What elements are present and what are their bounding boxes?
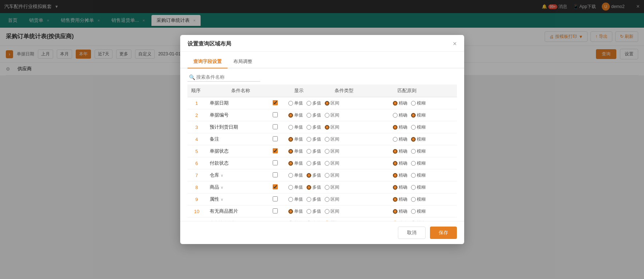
dialog-title: 设置查询区域布局: [187, 40, 231, 47]
search-icon: 🔍: [189, 74, 195, 75]
dialog-tab-query-fields-label: 查询字段设置: [193, 59, 222, 64]
search-input[interactable]: [187, 73, 260, 75]
dialog-search-area: 🔍: [180, 68, 464, 75]
dialog-tab-layout-adjust[interactable]: 布局调整: [228, 55, 258, 68]
settings-dialog: 设置查询区域布局 × 查询字段设置 布局调整 🔍 顺序: [180, 35, 464, 75]
dialog-close-button[interactable]: ×: [453, 40, 457, 48]
dialog-header: 设置查询区域布局 ×: [180, 35, 464, 52]
dialog-tab-query-fields[interactable]: 查询字段设置: [187, 55, 228, 68]
dialog-tab-layout-adjust-label: 布局调整: [233, 59, 252, 64]
dialog-tab-bar: 查询字段设置 布局调整: [180, 52, 464, 68]
dialog-overlay: 设置查询区域布局 × 查询字段设置 布局调整 🔍 顺序: [0, 0, 644, 75]
search-wrap: 🔍: [187, 73, 260, 75]
